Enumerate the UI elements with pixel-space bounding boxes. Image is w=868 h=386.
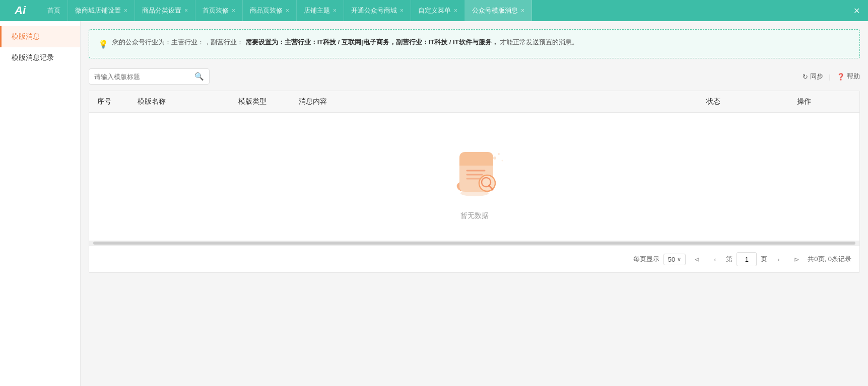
close-tab-product-decor[interactable]: × — [286, 7, 289, 14]
nav-tab-template-msg[interactable]: 公众号模版消息× — [465, 0, 532, 21]
main-layout: 模版消息模版消息记录 💡 您的公众号行业为：主营行业：，副营行业： 需要设置为：… — [0, 21, 868, 386]
pagination: 每页显示 50 ∨ ⊲ ‹ 第 页 › ⊳ 共0页, 0条记录 — [89, 246, 859, 272]
sidebar-item-template-log[interactable]: 模版消息记录 — [0, 47, 80, 68]
toolbar-divider: | — [829, 73, 831, 81]
first-page-button[interactable]: ⊲ — [690, 252, 704, 266]
toolbar-right: ↻ 同步 | ❓ 帮助 — [803, 72, 860, 81]
close-tab-category-settings[interactable]: × — [184, 7, 188, 14]
app-logo: Ai — [0, 0, 40, 21]
total-label: 共0页, 0条记录 — [808, 255, 851, 264]
table-header: 序号模版名称模版类型消息内容状态操作 — [89, 91, 859, 113]
help-icon: ❓ — [837, 73, 845, 81]
close-all-button[interactable]: ✕ — [845, 0, 868, 21]
info-banner: 💡 您的公众号行业为：主营行业：，副营行业： 需要设置为：主营行业：IT科技 /… — [89, 29, 860, 58]
main-content: 💡 您的公众号行业为：主营行业：，副营行业： 需要设置为：主营行业：IT科技 /… — [81, 21, 868, 386]
prev-page-button[interactable]: ‹ — [708, 252, 722, 266]
page-size-select[interactable]: 50 ∨ — [663, 254, 686, 265]
sidebar-item-template-msg[interactable]: 模版消息 — [0, 26, 80, 47]
page-unit-label: 页 — [761, 255, 767, 264]
nav-tabs: 首页微商城店铺设置×商品分类设置×首页装修×商品页装修×店铺主题×开通公众号商城… — [40, 0, 845, 21]
next-page-button[interactable]: › — [771, 252, 785, 266]
sync-icon: ↻ — [803, 73, 808, 81]
col-header-type: 模版类型 — [230, 91, 291, 112]
nav-tab-custom-menu[interactable]: 自定义菜单× — [411, 0, 465, 21]
search-input[interactable] — [89, 70, 189, 84]
page-size-value: 50 — [668, 256, 675, 263]
di-label: 第 — [726, 255, 732, 264]
page-size-label: 每页显示 — [633, 255, 659, 264]
nav-tab-shop-settings[interactable]: 微商城店铺设置× — [68, 0, 135, 21]
nav-tab-home[interactable]: 首页 — [40, 0, 68, 21]
sidebar: 模版消息模版消息记录 — [0, 21, 81, 386]
scrollbar-thumb[interactable] — [93, 242, 855, 245]
nav-tab-category-settings[interactable]: 商品分类设置× — [135, 0, 195, 21]
top-nav: Ai 首页微商城店铺设置×商品分类设置×首页装修×商品页装修×店铺主题×开通公众… — [0, 0, 868, 21]
close-tab-shop-settings[interactable]: × — [124, 7, 127, 14]
sync-label: 同步 — [810, 72, 823, 81]
svg-point-7 — [493, 157, 496, 160]
nav-tab-product-decor[interactable]: 商品页装修× — [243, 0, 297, 21]
empty-icon — [444, 143, 505, 203]
empty-text: 暂无数据 — [460, 211, 489, 220]
col-header-action: 操作 — [789, 91, 859, 112]
close-tab-template-msg[interactable]: × — [521, 7, 524, 14]
svg-point-9 — [501, 160, 503, 162]
data-table: 序号模版名称模版类型消息内容状态操作 — [89, 91, 860, 273]
help-button[interactable]: ❓ 帮助 — [837, 72, 860, 81]
empty-state: 暂无数据 — [89, 113, 859, 241]
col-header-content: 消息内容 — [291, 91, 698, 112]
col-header-name: 模版名称 — [129, 91, 230, 112]
close-tab-home-decor[interactable]: × — [232, 7, 235, 14]
search-box: 🔍 — [89, 68, 210, 85]
nav-tab-shop-theme[interactable]: 店铺主题× — [297, 0, 344, 21]
close-tab-custom-menu[interactable]: × — [454, 7, 457, 14]
bulb-icon: 💡 — [98, 37, 108, 51]
last-page-button[interactable]: ⊳ — [789, 252, 804, 266]
col-header-index: 序号 — [89, 91, 129, 112]
banner-text: 您的公众号行业为：主营行业：，副营行业： 需要设置为：主营行业：IT科技 / 互… — [112, 37, 578, 48]
sync-button[interactable]: ↻ 同步 — [803, 72, 823, 81]
close-tab-shop-theme[interactable]: × — [333, 7, 337, 14]
nav-tab-home-decor[interactable]: 首页装修× — [195, 0, 243, 21]
close-tab-open-mall[interactable]: × — [400, 7, 404, 14]
page-number-input[interactable] — [737, 252, 757, 266]
svg-point-8 — [498, 153, 500, 155]
toolbar: 🔍 ↻ 同步 | ❓ 帮助 — [89, 68, 860, 85]
col-header-status: 状态 — [698, 91, 789, 112]
help-label: 帮助 — [847, 72, 860, 81]
nav-tab-open-mall[interactable]: 开通公众号商城× — [344, 0, 411, 21]
chevron-down-icon: ∨ — [677, 256, 681, 263]
search-button[interactable]: 🔍 — [189, 69, 209, 84]
banner-highlight: 需要设置为：主营行业：IT科技 / 互联网|电子商务，副营行业：IT科技 / I… — [245, 38, 498, 46]
horizontal-scrollbar[interactable] — [89, 241, 859, 246]
